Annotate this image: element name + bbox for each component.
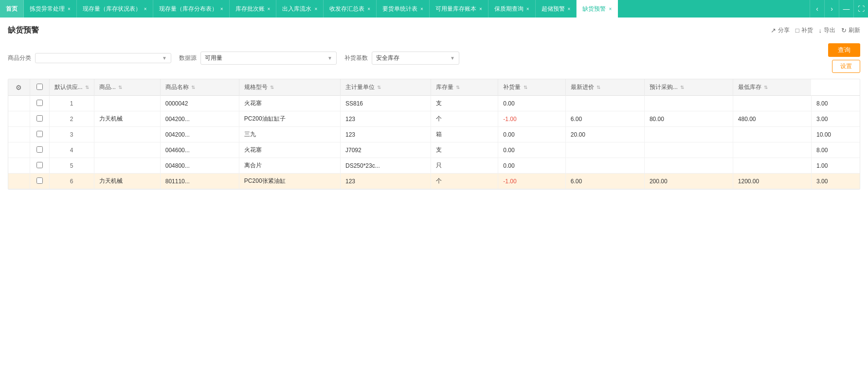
row-supplement-qty-5 — [565, 158, 644, 174]
row-gear-cell — [8, 158, 30, 174]
tab-inout-flow-close[interactable]: × — [314, 6, 317, 12]
share-label: 分享 — [778, 26, 790, 35]
tab-receipt-summary[interactable]: 收发存汇总表 × — [324, 0, 377, 18]
sort-est-purchase-icon[interactable]: ⇅ — [680, 85, 684, 90]
row-supplier-4 — [94, 142, 160, 158]
tab-receipt-summary-label: 收发存汇总表 — [329, 5, 364, 13]
tab-available-ledger-close[interactable]: × — [479, 6, 482, 12]
nav-prev-button[interactable]: ‹ — [810, 0, 824, 18]
select-all-checkbox[interactable] — [36, 84, 43, 90]
sort-stock-qty-icon[interactable]: ⇅ — [456, 85, 460, 90]
table-container: ⚙ 默认供应... ⇅ 商品... ⇅ 商品名称 ⇅ — [8, 79, 860, 190]
tab-exception[interactable]: 拣货异常处理 × — [24, 0, 77, 18]
query-button[interactable]: 查询 — [828, 43, 860, 57]
row-checkbox-cell — [30, 174, 49, 189]
tab-shortage[interactable]: 缺货预警 × — [577, 0, 618, 18]
table-row: 2 力天机械 004200... PC200油缸缸子 123 个 -1.00 6… — [8, 111, 860, 127]
tab-available-ledger[interactable]: 可用量库存账本 × — [430, 0, 488, 18]
tab-home[interactable]: 首页 — [0, 0, 24, 18]
row-index-4: 4 — [49, 142, 94, 158]
tab-overstock-label: 超储预警 — [542, 5, 565, 13]
row-est-purchase-5 — [733, 158, 811, 174]
table-row: 6 力天机械 801110... PC200张紧油缸 123 个 -1.00 6… — [8, 174, 860, 189]
nav-expand-button[interactable]: ⛶ — [853, 0, 868, 18]
row-gear-cell — [8, 96, 30, 111]
tab-demand-stat-close[interactable]: × — [420, 6, 423, 12]
row-latest-price-6: 200.00 — [644, 174, 733, 189]
settings-button[interactable]: 设置 — [832, 60, 860, 73]
tab-batch-account-close[interactable]: × — [268, 6, 271, 12]
nav-next-button[interactable]: › — [824, 0, 839, 18]
row-est-purchase-4 — [733, 142, 811, 158]
row-supplement-qty-4 — [565, 142, 644, 158]
export-icon: ↓ — [819, 27, 822, 34]
tab-inventory-status[interactable]: 现存量（库存状况表） × — [77, 0, 153, 18]
sort-default-supplier-icon[interactable]: ⇅ — [85, 85, 89, 90]
table-row: 5 004800... 离合片 DS250*23c... 只 0.00 1.00 — [8, 158, 860, 174]
nav-controls: ‹ › — ⛶ — [810, 0, 868, 18]
row-supplement-qty-2: 6.00 — [565, 111, 644, 127]
refresh-action[interactable]: ↻ 刷新 — [841, 26, 860, 35]
row-stock-qty-4: 0.00 — [498, 142, 566, 158]
tab-receipt-summary-close[interactable]: × — [367, 6, 370, 12]
tab-inventory-dist-close[interactable]: × — [220, 6, 223, 12]
row-est-purchase-3 — [733, 127, 811, 142]
tab-inventory-dist[interactable]: 现存量（库存分布表） × — [153, 0, 230, 18]
tab-inout-flow[interactable]: 出入库流水 × — [276, 0, 324, 18]
sort-product-code-icon[interactable]: ⇅ — [118, 85, 122, 90]
share-action[interactable]: ↗ 分享 — [771, 26, 790, 35]
col-header-latest-price: 最新进价 ⇅ — [565, 79, 644, 96]
row-product-name-1: 火花塞 — [239, 96, 340, 111]
row-checkbox-4[interactable] — [36, 146, 43, 153]
tab-inventory-status-label: 现存量（库存状况表） — [83, 5, 141, 13]
datasource-select[interactable]: 可用量 ▼ — [200, 52, 337, 65]
row-latest-price-1 — [644, 96, 733, 111]
row-spec-1: SS816 — [341, 96, 431, 111]
sort-product-name-icon[interactable]: ⇅ — [191, 85, 195, 90]
row-checkbox-cell — [30, 96, 49, 111]
col-header-gear: ⚙ — [8, 79, 30, 96]
column-settings-button[interactable]: ⚙ — [16, 84, 22, 91]
row-checkbox-5[interactable] — [36, 162, 43, 168]
filter-right-actions: 查询 设置 — [828, 43, 860, 73]
row-min-stock-3: 10.00 — [811, 127, 860, 142]
export-action[interactable]: ↓ 导出 — [819, 26, 836, 35]
row-est-purchase-2: 480.00 — [733, 111, 811, 127]
row-checkbox-1[interactable] — [36, 100, 43, 106]
tab-expiry-query-close[interactable]: × — [526, 6, 529, 12]
row-checkbox-6[interactable] — [36, 177, 43, 184]
shortage-table: ⚙ 默认供应... ⇅ 商品... ⇅ 商品名称 ⇅ — [8, 79, 860, 189]
row-latest-price-2: 80.00 — [644, 111, 733, 127]
tab-expiry-query[interactable]: 保质期查询 × — [488, 0, 536, 18]
tab-inventory-status-close[interactable]: × — [144, 6, 147, 12]
tab-demand-stat-label: 要货单统计表 — [382, 5, 417, 13]
table-row: 4 004600... 火花塞 J7092 支 0.00 8.00 — [8, 142, 860, 158]
row-product-code-2: 004200... — [160, 111, 239, 127]
tab-expiry-query-label: 保质期查询 — [494, 5, 524, 13]
tab-overstock[interactable]: 超储预警 × — [536, 0, 577, 18]
row-checkbox-3[interactable] — [36, 131, 43, 137]
row-checkbox-2[interactable] — [36, 115, 43, 122]
row-spec-5: DS250*23c... — [341, 158, 431, 174]
category-filter-group: 商品分类 ▼ — [8, 53, 171, 63]
row-stock-qty-3: 0.00 — [498, 127, 566, 142]
supplement-action[interactable]: □ 补货 — [796, 26, 813, 35]
sort-spec-icon[interactable]: ⇅ — [270, 85, 274, 90]
nav-minimize-button[interactable]: — — [839, 0, 853, 18]
sort-supplement-qty-icon[interactable]: ⇅ — [524, 85, 527, 90]
row-product-name-2: PC200油缸缸子 — [239, 111, 340, 127]
sort-unit-icon[interactable]: ⇅ — [377, 85, 381, 90]
tab-exception-close[interactable]: × — [68, 6, 71, 12]
tab-batch-account[interactable]: 库存批次账 × — [230, 0, 277, 18]
page-header: 缺货预警 ↗ 分享 □ 补货 ↓ 导出 ↻ 刷新 — [8, 25, 860, 35]
tab-demand-stat[interactable]: 要货单统计表 × — [377, 0, 430, 18]
sort-latest-price-icon[interactable]: ⇅ — [597, 85, 600, 90]
category-select[interactable]: ▼ — [35, 53, 171, 63]
tab-overstock-close[interactable]: × — [568, 6, 571, 12]
row-spec-4: J7092 — [341, 142, 431, 158]
supplement-base-select[interactable]: 安全库存 ▼ — [372, 52, 459, 65]
tab-shortage-close[interactable]: × — [609, 6, 612, 12]
table-row: 1 0000042 火花塞 SS816 支 0.00 8.00 — [8, 96, 860, 111]
sort-min-stock-icon[interactable]: ⇅ — [764, 85, 768, 90]
supplement-icon: □ — [796, 27, 799, 34]
